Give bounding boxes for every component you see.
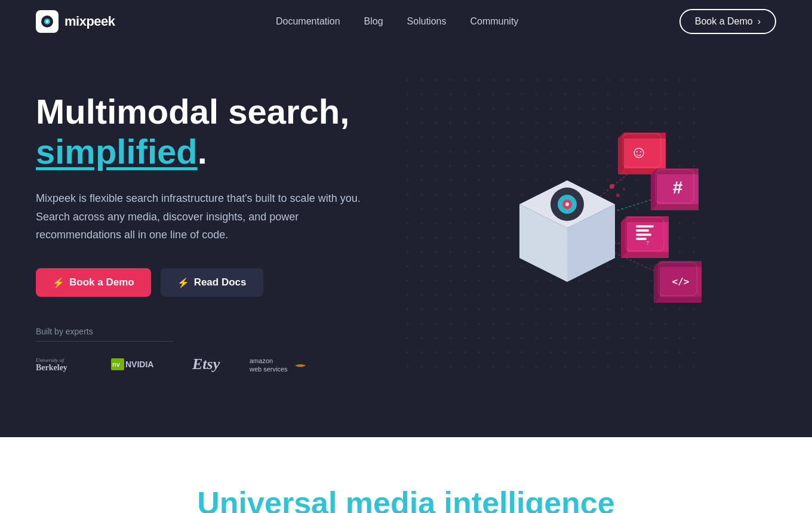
svg-marker-26 xyxy=(618,133,666,139)
header: mixpeek Documentation Blog Solutions Com… xyxy=(0,0,812,43)
svg-point-24 xyxy=(565,202,569,206)
logo[interactable]: mixpeek xyxy=(36,10,115,33)
svg-text:#: # xyxy=(673,177,683,197)
svg-point-53 xyxy=(610,184,614,189)
svg-marker-49 xyxy=(654,261,660,303)
hero-title-accent: simplified xyxy=(36,132,198,171)
isometric-illustration: ☺ # T xyxy=(442,85,740,383)
hero-buttons: ⚡ Book a Demo ⚡ Read Docs xyxy=(36,268,406,297)
svg-text:NVIDIA: NVIDIA xyxy=(125,360,153,369)
hero-illustration: ☺ # T xyxy=(406,79,776,389)
svg-text:University of: University of xyxy=(36,357,64,363)
partner-logos: University of Berkeley nv NVIDIA Etsy am… xyxy=(36,352,406,376)
docs-lightning-icon: ⚡ xyxy=(177,277,189,288)
svg-rect-44 xyxy=(636,238,647,240)
svg-text:T: T xyxy=(646,240,650,246)
built-by-section: Built by experts University of Berkeley … xyxy=(36,327,406,376)
nav-blog[interactable]: Blog xyxy=(364,16,383,27)
logo-text: mixpeek xyxy=(64,14,115,29)
arrow-icon: › xyxy=(758,16,761,27)
svg-marker-38 xyxy=(621,216,669,222)
nav-community[interactable]: Community xyxy=(470,16,518,27)
mixpeek-logo-icon xyxy=(36,10,59,33)
main-nav: Documentation Blog Solutions Community xyxy=(276,16,518,27)
svg-text:</>: </> xyxy=(672,276,690,287)
svg-text:web services: web services xyxy=(250,365,288,373)
svg-marker-32 xyxy=(651,168,699,174)
svg-marker-39 xyxy=(621,216,627,258)
hero-content: Multimodal search, simplified. Mixpeek i… xyxy=(36,92,406,376)
lightning-icon: ⚡ xyxy=(53,277,64,288)
svg-marker-50 xyxy=(654,297,702,303)
bottom-section: Universal media intelligence Find everyt… xyxy=(0,437,812,513)
svg-marker-40 xyxy=(621,252,669,258)
header-book-demo-button[interactable]: Book a Demo › xyxy=(679,9,776,34)
book-demo-button[interactable]: ⚡ Book a Demo xyxy=(36,268,151,297)
svg-rect-43 xyxy=(636,234,651,236)
svg-rect-42 xyxy=(636,229,649,232)
svg-point-54 xyxy=(616,193,620,197)
etsy-logo: Etsy xyxy=(192,354,228,375)
hero-description: Mixpeek is flexible search infrastructur… xyxy=(36,189,370,244)
nav-solutions[interactable]: Solutions xyxy=(407,16,447,27)
built-by-divider xyxy=(36,341,173,342)
hero-title: Multimodal search, simplified. xyxy=(36,92,406,171)
berkeley-logo: University of Berkeley xyxy=(36,354,90,375)
svg-marker-33 xyxy=(651,168,657,210)
svg-rect-41 xyxy=(636,225,654,228)
svg-marker-48 xyxy=(654,261,702,267)
aws-logo: amazon web services xyxy=(250,352,309,376)
svg-marker-34 xyxy=(651,204,699,210)
read-docs-button[interactable]: ⚡ Read Docs xyxy=(161,268,263,297)
bottom-title: Universal media intelligence xyxy=(36,485,776,513)
nav-documentation[interactable]: Documentation xyxy=(276,16,340,27)
svg-text:Berkeley: Berkeley xyxy=(36,363,67,372)
svg-text:nv: nv xyxy=(112,361,121,368)
svg-marker-27 xyxy=(618,133,624,174)
svg-text:Etsy: Etsy xyxy=(192,355,220,373)
nvidia-logo: nv NVIDIA xyxy=(111,354,171,375)
built-by-label: Built by experts xyxy=(36,327,406,336)
svg-text:☺: ☺ xyxy=(630,143,648,161)
svg-point-3 xyxy=(46,20,48,23)
svg-text:amazon: amazon xyxy=(250,357,273,364)
hero-section: Multimodal search, simplified. Mixpeek i… xyxy=(0,43,812,437)
svg-point-55 xyxy=(623,188,625,191)
